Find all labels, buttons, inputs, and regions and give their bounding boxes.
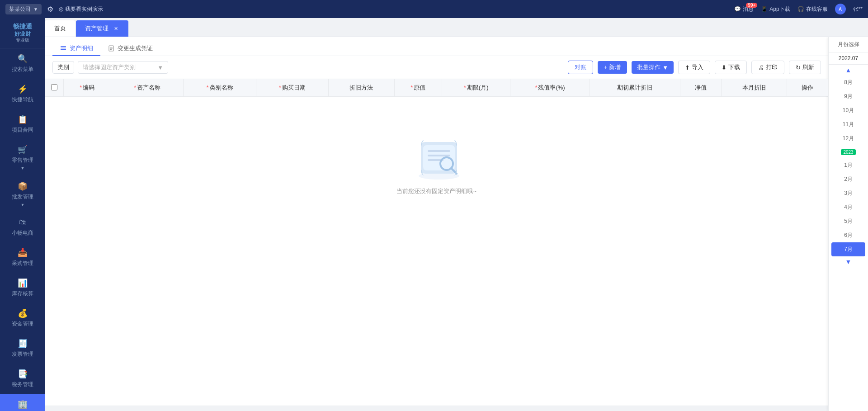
th-net-value-label: 净值 <box>695 84 707 91</box>
service-icon: 🎧 <box>797 6 804 12</box>
sidebar-item-ecommerce[interactable]: 🛍 小畅电商 <box>0 213 45 242</box>
table-body: 当前您还没有固定资产明细哦~ <box>45 97 828 232</box>
add-button[interactable]: + 新增 <box>598 61 627 74</box>
settings-icon[interactable]: ⚙ <box>45 3 55 15</box>
month-item-6[interactable]: 6月 <box>829 228 868 242</box>
company-selector[interactable]: 某某公司 ▼ <box>5 4 42 14</box>
app-download-button[interactable]: 📱 App下载 <box>761 5 790 13</box>
month-year-badge: 2023 <box>829 146 868 158</box>
sidebar-item-project[interactable]: 📋 项目合同 <box>0 109 45 139</box>
table-header-row: *编码 *资产名称 *类别名称 *购买日期 <box>45 79 828 97</box>
category-select[interactable]: 请选择固定资产类别 ▼ <box>78 61 168 74</box>
refresh-button[interactable]: ↻ 刷新 <box>789 61 821 74</box>
sidebar-item-fixedasset[interactable]: 🏢 固定资产 <box>0 394 45 411</box>
empty-cell: 当前您还没有固定资产明细哦~ <box>45 97 828 232</box>
month-item-5[interactable]: 5月 <box>829 214 868 228</box>
th-monthly-label: 本月折旧 <box>742 84 766 91</box>
print-button[interactable]: 🖨 打印 <box>751 61 784 74</box>
month-item-2[interactable]: 2月 <box>829 172 868 186</box>
demo-label: 我要看实例演示 <box>65 5 103 13</box>
demo-icon: ◎ <box>59 6 63 12</box>
tab-home[interactable]: 首页 <box>45 20 75 37</box>
sidebar-item-quicknav[interactable]: ⚡ 快捷导航 <box>0 79 45 109</box>
month-item-9[interactable]: 9月 <box>829 90 868 104</box>
sidebar-item-finance[interactable]: 💰 资金管理 <box>0 303 45 333</box>
svg-rect-0 <box>61 46 66 47</box>
sidebar-item-retail[interactable]: 🛒 零售管理 ▼ <box>0 139 45 176</box>
arrow-icon: ▼ <box>21 166 25 170</box>
sidebar-item-purchase[interactable]: 📥 采购管理 <box>0 242 45 273</box>
top-bar: 某某公司 ▼ ⚙ ◎ 我要看实例演示 💬 消息 99+ 📱 App下载 🎧 在线… <box>0 0 868 18</box>
empty-text: 当前您还没有固定资产明细哦~ <box>396 187 476 195</box>
month-item-12[interactable]: 12月 <box>829 132 868 146</box>
bottom-scroll-bar[interactable] <box>45 406 828 411</box>
chevron-down-icon: ▼ <box>33 7 38 12</box>
th-category: *类别名称 <box>184 79 256 97</box>
month-item-7-selected[interactable]: 7月 <box>831 242 865 256</box>
download-icon: ⬇ <box>722 64 726 71</box>
message-button[interactable]: 💬 消息 99+ <box>734 5 754 13</box>
tab-close-icon[interactable]: ✕ <box>112 25 119 32</box>
tab-bar: 首页 资产管理 ✕ <box>45 18 868 37</box>
sidebar-item-search[interactable]: 🔍 搜索菜单 <box>0 48 45 79</box>
import-icon: ⬆ <box>685 64 690 71</box>
reconcile-button[interactable]: 对账 <box>568 61 593 74</box>
th-code: *编码 <box>63 79 111 97</box>
th-residual-rate: *残值率(%) <box>510 79 590 97</box>
month-item-8[interactable]: 8月 <box>829 76 868 90</box>
sidebar-item-wholesale[interactable]: 📦 批发管理 ▼ <box>0 176 45 213</box>
tax-icon: 📑 <box>18 369 28 379</box>
batch-operation-button[interactable]: 批量操作 ▼ <box>632 61 674 74</box>
app-download-label: App下载 <box>769 5 790 13</box>
filter-placeholder: 请选择固定资产类别 <box>83 63 136 71</box>
th-purchase-date: *购买日期 <box>256 79 328 97</box>
th-code-label: 编码 <box>83 84 94 91</box>
tab-asset-label: 资产管理 <box>85 24 108 33</box>
th-depreciation-method: 折旧方法 <box>329 79 394 97</box>
inventory-icon: 📊 <box>18 278 28 288</box>
category-filter[interactable]: 类别 <box>52 61 74 74</box>
month-nav: ▲ 8月 9月 10月 11月 12月 2023 1月 2月 3月 4月 5月 … <box>829 65 868 267</box>
svg-rect-6 <box>110 49 112 50</box>
user-name: 张** <box>853 5 863 13</box>
download-button[interactable]: ⬇ 下载 <box>715 61 747 74</box>
sidebar-item-invoice[interactable]: 🧾 发票管理 <box>0 333 45 364</box>
sub-tab-asset-detail[interactable]: 资产明细 <box>52 42 100 56</box>
reconcile-label: 对账 <box>575 63 586 71</box>
online-service-button[interactable]: 🎧 在线客服 <box>797 5 828 13</box>
th-period: *期限(月) <box>442 79 510 97</box>
sidebar-item-label: 资金管理 <box>12 320 33 328</box>
sub-tab-voucher[interactable]: 变更生成凭证 <box>100 42 160 56</box>
month-item-3[interactable]: 3月 <box>829 186 868 200</box>
filter-label: 类别 <box>57 63 69 71</box>
sidebar: 畅捷通 好业财 专业版 🔍 搜索菜单 ⚡ 快捷导航 📋 项目合同 🛒 零售管理 … <box>0 18 45 411</box>
month-item-4[interactable]: 4月 <box>829 200 868 214</box>
batch-label: 批量操作 <box>637 63 660 71</box>
user-avatar[interactable]: A <box>835 4 846 14</box>
month-nav-down-button[interactable]: ▼ <box>829 256 868 267</box>
month-item-10[interactable]: 10月 <box>829 104 868 118</box>
sub-tabs: 资产明细 变更生成凭证 <box>45 37 828 56</box>
sidebar-item-inventory[interactable]: 📊 库存核算 <box>0 273 45 303</box>
tab-home-label: 首页 <box>54 24 66 33</box>
arrow-icon: ▼ <box>21 203 25 207</box>
invoice-icon: 🧾 <box>18 339 28 349</box>
tab-asset-management[interactable]: 资产管理 ✕ <box>76 20 128 37</box>
select-all-checkbox[interactable] <box>51 84 57 90</box>
print-icon: 🖨 <box>758 64 764 71</box>
company-name: 某某公司 <box>9 5 31 13</box>
toolbar: 类别 请选择固定资产类别 ▼ 对账 + 新增 <box>45 56 828 79</box>
demo-link[interactable]: ◎ 我要看实例演示 <box>59 5 103 13</box>
ecommerce-icon: 🛍 <box>19 218 27 227</box>
wholesale-icon: 📦 <box>18 181 28 191</box>
month-item-11[interactable]: 11月 <box>829 118 868 132</box>
table-container[interactable]: *编码 *资产名称 *类别名称 *购买日期 <box>45 79 828 406</box>
sub-tab-voucher-label: 变更生成凭证 <box>118 44 153 52</box>
toolbar-left: 类别 请选择固定资产类别 ▼ <box>52 61 168 74</box>
import-button[interactable]: ⬆ 导入 <box>678 61 710 74</box>
refresh-label: 刷新 <box>802 63 814 71</box>
sidebar-item-tax[interactable]: 📑 税务管理 <box>0 364 45 394</box>
month-nav-up-button[interactable]: ▲ <box>829 65 868 76</box>
month-item-1[interactable]: 1月 <box>829 158 868 172</box>
list-icon <box>60 45 67 52</box>
